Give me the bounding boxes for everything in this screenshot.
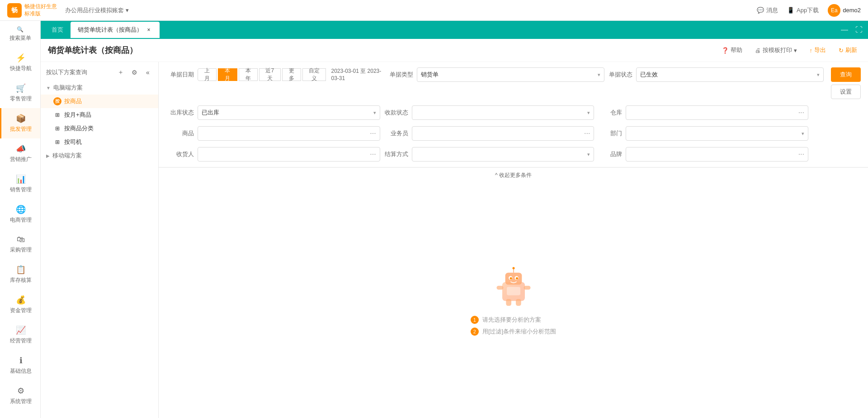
svg-point-4	[509, 277, 512, 280]
add-scheme-button[interactable]: ＋	[116, 67, 126, 77]
warehouse-dots: ···	[798, 109, 804, 117]
inventory-icon: 📋	[16, 265, 26, 275]
sidebar-item-ecom[interactable]: 🌐 电商管理	[0, 199, 40, 229]
salesman-input[interactable]: ···	[412, 126, 594, 141]
recipient-input[interactable]: ···	[198, 147, 380, 162]
svg-point-5	[516, 277, 518, 280]
tab-home[interactable]: 首页	[44, 22, 71, 38]
type-select[interactable]: 销货单 ▾	[417, 67, 604, 82]
help-button[interactable]: ❓ 帮助	[718, 44, 746, 56]
date-btn-this-year[interactable]: 本年	[239, 68, 258, 81]
filter-goods: 商品 ···	[166, 126, 380, 141]
date-btn-this-month[interactable]: 本月	[218, 68, 237, 81]
page-title-bar: 销货单统计表（按商品） ❓ 帮助 🖨 按模板打印 ▾ ↑ 导出	[41, 39, 868, 62]
sidebar-item-purchase[interactable]: 🛍 采购管理	[0, 229, 40, 259]
print-button[interactable]: 🖨 按模板打印 ▾	[751, 44, 801, 56]
tree-item-by-category[interactable]: ⊞ 按商品分类	[41, 122, 158, 135]
content-area: 首页 销货单统计表（按商品） × — ⛶ 销货单统计表（按商品） ❓ 帮助	[41, 21, 868, 418]
enterprise-icon: 🤝	[16, 416, 26, 418]
filter-salesman: 业务员 ···	[380, 126, 594, 141]
sidebar-item-inventory[interactable]: 📋 库存核算	[0, 259, 40, 290]
help-icon: ❓	[722, 47, 729, 54]
tab-minimize-button[interactable]: —	[839, 24, 850, 35]
tab-current[interactable]: 销货单统计表（按商品） ×	[71, 22, 160, 38]
status-arrow-icon: ▾	[817, 72, 820, 78]
expand-icon-mobile: ▶	[46, 153, 50, 158]
empty-state: 1 请先选择要分析的方案 2 用[过滤]条件来缩小分析范围	[159, 183, 868, 418]
filter-date-item: 单据日期 上月 本月 本年 近7天 更多 自定义 2023-03-01 至 20…	[166, 67, 385, 81]
sidebar-item-shortcut[interactable]: ⚡ 快捷导航	[0, 48, 40, 78]
filter-settlement: 结算方式 ▾	[380, 147, 594, 162]
brand-dots: ···	[798, 150, 804, 158]
svg-rect-8	[496, 286, 503, 290]
collection-label: 收款状态	[380, 109, 412, 117]
sidebar-item-search[interactable]: 🔍 搜索菜单	[0, 21, 40, 48]
tab-close-button[interactable]: ×	[145, 26, 152, 33]
filter-out-status: 出库状态 已出库 ▾	[166, 105, 380, 120]
status-label: 单据状态	[604, 71, 636, 79]
scheme-icon-category: ⊞	[53, 124, 61, 133]
date-range-text: 2023-03-01 至 2023-03-31	[331, 67, 385, 81]
print-icon: 🖨	[755, 47, 761, 54]
chevron-down-icon: ▾	[126, 7, 129, 14]
ecom-icon: 🌐	[16, 204, 26, 214]
empty-step-2: 2 用[过滤]条件来缩小分析范围	[471, 328, 556, 336]
app-download-button[interactable]: 📱 App下载	[787, 6, 819, 14]
refresh-icon: ↻	[839, 47, 844, 54]
brand-input[interactable]: ···	[626, 147, 808, 162]
left-panel: 按以下方案查询 ＋ ⚙ « ▼ 电脑端方案 按	[41, 62, 158, 418]
settlement-select[interactable]: ▾	[412, 147, 594, 162]
refresh-button[interactable]: ↻ 刷新	[835, 44, 861, 56]
expand-icon: ▼	[46, 86, 51, 90]
query-button[interactable]: 查询	[831, 67, 861, 82]
tree-item-by-driver[interactable]: ⊞ 按司机	[41, 135, 158, 149]
filter-section: 单据日期 上月 本月 本年 近7天 更多 自定义 2023-03-01 至 20…	[159, 62, 868, 167]
settings-button[interactable]: 设置	[831, 85, 861, 99]
sidebar-item-basic[interactable]: ℹ 基础信息	[0, 350, 40, 380]
logo-area: 畅 畅捷信好生意 标准版	[7, 3, 57, 18]
date-btn-custom[interactable]: 自定义	[302, 68, 326, 81]
sidebar-item-enterprise[interactable]: 🤝 企业协同	[0, 411, 40, 418]
collection-select[interactable]: ▾	[412, 105, 594, 120]
goods-input[interactable]: ···	[198, 126, 380, 141]
date-btn-last-month[interactable]: 上月	[198, 68, 217, 81]
industry-selector[interactable]: 办公用品行业模拟账套 ▾	[61, 5, 132, 16]
salesman-label: 业务员	[380, 129, 412, 138]
header-left: 畅 畅捷信好生意 标准版 办公用品行业模拟账套 ▾	[7, 3, 132, 18]
date-btn-more[interactable]: 更多	[282, 68, 301, 81]
sidebar-item-sales[interactable]: 📊 销售管理	[0, 169, 40, 199]
filter-dept: 部门 ▾	[594, 126, 808, 141]
collapse-panel-button[interactable]: «	[143, 67, 153, 77]
date-btn-7days[interactable]: 近7天	[259, 68, 281, 81]
tree-item-by-month-goods[interactable]: ⊞ 按月+商品	[41, 108, 158, 122]
collection-arrow: ▾	[587, 110, 590, 116]
logo-text: 畅捷信好生意 标准版	[24, 3, 57, 17]
recipient-label: 收货人	[166, 150, 198, 158]
brand-label: 品牌	[594, 150, 626, 158]
sidebar-item-system[interactable]: ⚙ 系统管理	[0, 380, 40, 411]
export-button[interactable]: ↑ 导出	[806, 44, 830, 56]
out-status-select[interactable]: 已出库 ▾	[198, 105, 380, 120]
sidebar-item-marketing[interactable]: 📣 营销推广	[0, 138, 40, 169]
sidebar-item-operations[interactable]: 📈 经营管理	[0, 320, 40, 350]
tree-group-pc[interactable]: ▼ 电脑端方案	[41, 81, 158, 95]
status-select[interactable]: 已生效 ▾	[636, 67, 824, 82]
filter-row-1: 单据日期 上月 本月 本年 近7天 更多 自定义 2023-03-01 至 20…	[166, 67, 861, 99]
empty-steps: 1 请先选择要分析的方案 2 用[过滤]条件来缩小分析范围	[471, 316, 556, 336]
sidebar-item-finance[interactable]: 💰 资金管理	[0, 290, 40, 320]
settings-scheme-button[interactable]: ⚙	[129, 67, 139, 77]
sidebar: 🔍 搜索菜单 ⚡ 快捷导航 🛒 零售管理 📦 批发管理 📣 营销推广 📊 销售管…	[0, 21, 41, 418]
recipient-dots: ···	[370, 150, 376, 158]
sidebar-item-retail[interactable]: 🛒 零售管理	[0, 78, 40, 108]
warehouse-input[interactable]: ···	[626, 105, 808, 120]
tab-maximize-button[interactable]: ⛶	[854, 24, 864, 35]
collapse-bar[interactable]: ^ 收起更多条件	[159, 167, 868, 183]
sidebar-item-wholesale[interactable]: 📦 批发管理	[0, 108, 40, 138]
tree-item-by-goods[interactable]: 按 按商品	[41, 95, 158, 108]
svg-point-7	[512, 267, 514, 269]
user-area[interactable]: Ea demo2	[828, 4, 861, 17]
query-buttons: 查询 设置	[831, 67, 861, 99]
tree-group-mobile[interactable]: ▶ 移动端方案	[41, 149, 158, 162]
message-button[interactable]: 💬 消息	[757, 6, 778, 14]
dept-select[interactable]: ▾	[626, 126, 808, 141]
